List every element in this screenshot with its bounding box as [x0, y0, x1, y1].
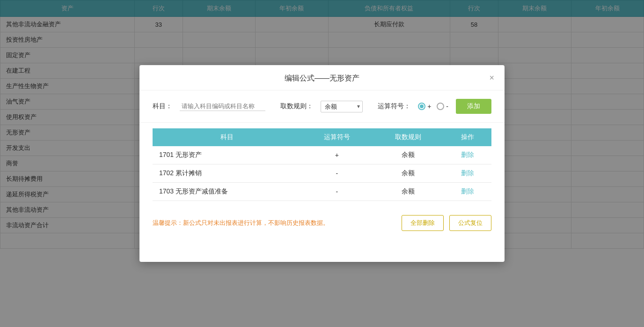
operator-plus-label: +: [427, 103, 431, 110]
modal-title: 编辑公式——无形资产: [285, 74, 359, 83]
rule-cell: 余额: [373, 146, 444, 164]
operator-cell: +: [301, 146, 373, 164]
rule-select[interactable]: 余额 借方余额 贷方余额 发生额: [321, 101, 363, 112]
radio-plus-circle: [418, 103, 425, 110]
action-cell: 删除: [444, 183, 491, 201]
modal-col-header: 取数规则: [373, 128, 444, 146]
operator-minus-radio[interactable]: -: [437, 103, 448, 110]
radio-minus-circle: [437, 103, 444, 110]
modal-dialog: 编辑公式——无形资产 × 科目： 取数规则： 余额 借方余额 贷方余额 发生额 …: [139, 65, 505, 262]
table-row: 1701 无形资产+余额删除: [153, 146, 491, 164]
operator-radio-group: + -: [418, 103, 448, 110]
action-cell: 删除: [444, 164, 491, 183]
operator-plus-radio[interactable]: +: [418, 103, 431, 110]
footer-buttons: 全部删除 公式复位: [402, 215, 491, 231]
add-button[interactable]: 添加: [456, 99, 491, 114]
form-row: 科目： 取数规则： 余额 借方余额 贷方余额 发生额 运算符号： +: [139, 90, 505, 123]
rule-select-wrap: 余额 借方余额 贷方余额 发生额: [321, 101, 363, 112]
delete-row-link[interactable]: 删除: [461, 187, 474, 195]
reset-formula-button[interactable]: 公式复位: [449, 215, 491, 231]
modal-col-header: 运算符号: [301, 128, 373, 146]
modal-table-wrap: 科目运算符号取数规则操作 1701 无形资产+余额删除1702 累计摊销-余额删…: [139, 128, 505, 208]
delete-all-button[interactable]: 全部删除: [402, 215, 444, 231]
footer-tip: 温馨提示：新公式只对未出报表进行计算，不影响历史报表数据。: [153, 219, 329, 227]
delete-row-link[interactable]: 删除: [461, 169, 474, 177]
table-row: 1703 无形资产减值准备-余额删除: [153, 183, 491, 201]
subject-input[interactable]: [180, 102, 265, 111]
operator-cell: -: [301, 164, 373, 183]
subject-cell: 1702 累计摊销: [153, 164, 301, 183]
table-row: 1702 累计摊销-余额删除: [153, 164, 491, 183]
modal-col-header: 科目: [153, 128, 301, 146]
rule-cell: 余额: [373, 183, 444, 201]
modal-header: 编辑公式——无形资产 ×: [139, 65, 505, 90]
modal-close-button[interactable]: ×: [486, 73, 497, 83]
subject-cell: 1703 无形资产减值准备: [153, 183, 301, 201]
modal-overlay: 编辑公式——无形资产 × 科目： 取数规则： 余额 借方余额 贷方余额 发生额 …: [0, 0, 644, 327]
rule-cell: 余额: [373, 164, 444, 183]
modal-footer: 温馨提示：新公式只对未出报表进行计算，不影响历史报表数据。 全部删除 公式复位: [139, 208, 505, 239]
action-cell: 删除: [444, 146, 491, 164]
modal-data-table: 科目运算符号取数规则操作 1701 无形资产+余额删除1702 累计摊销-余额删…: [153, 128, 491, 201]
operator-label: 运算符号：: [378, 102, 410, 111]
rule-label: 取数规则：: [280, 102, 313, 111]
operator-cell: -: [301, 183, 373, 201]
subject-label: 科目：: [153, 102, 172, 111]
subject-cell: 1701 无形资产: [153, 146, 301, 164]
delete-row-link[interactable]: 删除: [461, 151, 474, 158]
operator-minus-label: -: [446, 103, 448, 110]
modal-col-header: 操作: [444, 128, 491, 146]
